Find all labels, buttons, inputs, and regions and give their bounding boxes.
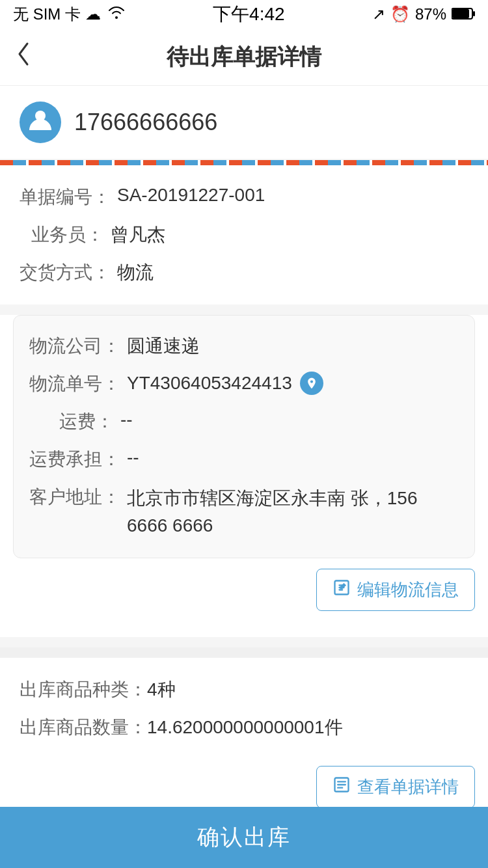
- freight-value: --: [120, 409, 459, 430]
- goods-types-row: 出库商品种类： 4种: [20, 677, 468, 702]
- document-no-value: SA-20191227-001: [117, 185, 468, 206]
- avatar-icon: [27, 107, 53, 139]
- back-button[interactable]: [16, 41, 31, 73]
- document-no-label: 单据编号：: [20, 185, 117, 210]
- logistics-company-row: 物流公司： 圆通速递: [29, 334, 459, 359]
- logistics-section: 物流公司： 圆通速递 物流单号： YT43064053424413 运费： --…: [0, 315, 488, 637]
- freight-bearer-row: 运费承担： --: [29, 447, 459, 472]
- tracking-no-value: YT43064053424413: [127, 372, 459, 395]
- status-time: 下午4:42: [213, 2, 285, 27]
- goods-types-value: 4种: [147, 677, 468, 702]
- goods-quantity-label: 出库商品数量：: [20, 715, 147, 740]
- delivery-method-value: 物流: [117, 260, 468, 285]
- battery-icon: [452, 5, 475, 23]
- location-indicator: ↗: [372, 5, 385, 23]
- view-detail-label: 查看单据详情: [357, 776, 459, 798]
- tracking-no-row: 物流单号： YT43064053424413: [29, 372, 459, 396]
- view-detail-button[interactable]: 查看单据详情: [316, 766, 475, 808]
- freight-bearer-label: 运费承担：: [29, 447, 127, 472]
- logistics-company-label: 物流公司：: [29, 334, 127, 359]
- goods-quantity-row: 出库商品数量： 14.620000000000001件: [20, 715, 468, 740]
- salesperson-label: 业务员：: [20, 223, 111, 247]
- address-label: 客户地址：: [29, 485, 127, 509]
- edit-logistics-button[interactable]: 编辑物流信息: [316, 569, 475, 611]
- salesperson-value: 曾凡杰: [111, 223, 468, 247]
- delivery-method-label: 交货方式：: [20, 260, 117, 285]
- basic-info-section: 单据编号： SA-20191227-001 业务员： 曾凡杰 交货方式： 物流: [0, 165, 488, 305]
- edit-logistics-label: 编辑物流信息: [357, 578, 459, 601]
- svg-rect-2: [473, 11, 475, 16]
- alarm-icon: ⏰: [390, 5, 410, 23]
- edit-icon: [332, 578, 351, 601]
- document-no-row: 单据编号： SA-20191227-001: [20, 185, 468, 210]
- wifi-icon: [107, 6, 126, 23]
- freight-row: 运费： --: [29, 409, 459, 434]
- customer-phone: 17666666666: [74, 109, 217, 136]
- confirm-button[interactable]: 确认出库: [0, 807, 488, 868]
- logistics-company-value: 圆通速递: [127, 334, 459, 359]
- svg-rect-1: [452, 9, 469, 18]
- customer-section: 17666666666: [0, 86, 488, 159]
- address-row: 客户地址： 北京市市辖区海淀区永丰南 张，156 6666 6666: [29, 485, 459, 539]
- nav-bar: 待出库单据详情: [0, 29, 488, 86]
- status-bar: 无 SIM 卡 ☁ 下午4:42 ↗ ⏰ 87%: [0, 0, 488, 29]
- section-divider: [0, 647, 488, 658]
- page-title: 待出库单据详情: [167, 42, 321, 72]
- avatar: [20, 102, 61, 143]
- freight-bearer-value: --: [127, 447, 459, 468]
- address-value: 北京市市辖区海淀区永丰南 张，156 6666 6666: [127, 485, 459, 539]
- sim-status: 无 SIM 卡 ☁: [13, 4, 101, 25]
- dashed-divider: [0, 160, 488, 165]
- edit-button-row: 编辑物流信息: [0, 569, 488, 624]
- logistics-card: 物流公司： 圆通速递 物流单号： YT43064053424413 运费： --…: [13, 315, 475, 558]
- status-left: 无 SIM 卡 ☁: [13, 4, 126, 25]
- delivery-method-row: 交货方式： 物流: [20, 260, 468, 285]
- goods-quantity-value: 14.620000000000001件: [147, 715, 468, 740]
- tracking-no-label: 物流单号：: [29, 372, 127, 396]
- goods-info: 出库商品种类： 4种 出库商品数量： 14.620000000000001件: [0, 658, 488, 755]
- freight-label: 运费：: [29, 409, 120, 434]
- tracking-location-icon[interactable]: [300, 372, 323, 395]
- status-right: ↗ ⏰ 87%: [372, 5, 475, 23]
- battery-percent: 87%: [415, 5, 446, 23]
- list-icon: [332, 776, 351, 798]
- goods-types-label: 出库商品种类：: [20, 677, 147, 702]
- salesperson-row: 业务员： 曾凡杰: [20, 223, 468, 247]
- confirm-button-label: 确认出库: [197, 822, 291, 852]
